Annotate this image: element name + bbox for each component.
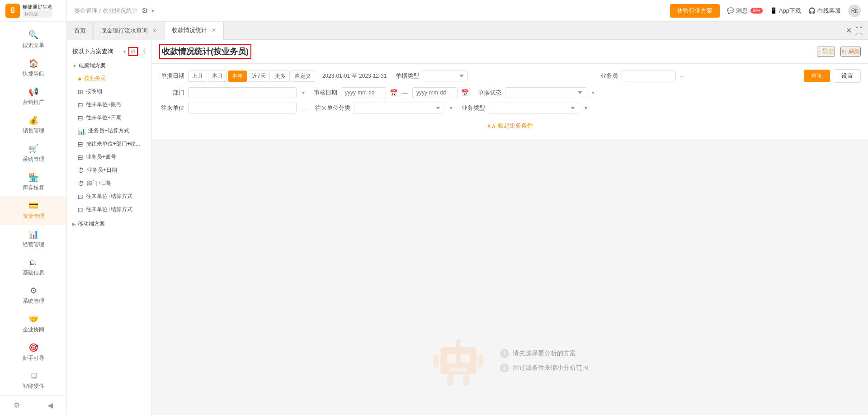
- doc-type-select[interactable]: [423, 71, 468, 81]
- filter-unit-item: 往来单位 ...: [159, 103, 308, 113]
- sidebar-bottom: ⚙ ◀‍: [0, 395, 66, 415]
- scheme-item-staff-date[interactable]: ⏱ 业务员+日期: [67, 164, 151, 177]
- scheme-collapse-btn[interactable]: 《: [140, 47, 146, 56]
- sidebar-item-sales[interactable]: 💰 销售管理: [0, 111, 66, 139]
- sidebar-item-search[interactable]: 🔍 搜索菜单: [0, 25, 66, 54]
- scheme-group-mobile-title[interactable]: ▶ 移动端方案: [67, 218, 151, 230]
- sidebar-item-corp[interactable]: 🤝 企业协同: [0, 310, 66, 338]
- app-download-action[interactable]: 📱 App下载: [770, 7, 801, 15]
- collapse-conditions-btn[interactable]: ∧∧ 收起更多条件: [159, 118, 861, 133]
- sidebar-item-hardware[interactable]: 🖥 智能硬件: [0, 367, 66, 395]
- date-tab-more[interactable]: 更多: [271, 71, 290, 82]
- sidebar-item-inventory[interactable]: 🏪 库存核算: [0, 168, 66, 196]
- sidebar-item-purchase[interactable]: 🛒 采购管理: [0, 139, 66, 168]
- sidebar-item-marketing[interactable]: 📢 营销推广: [0, 82, 66, 111]
- date-tab-last-month[interactable]: 上月: [188, 71, 207, 82]
- tabs-bar: 首页 现金银行流水查询 ✕ 收款情况统计 ✕ ✕ ⛶: [67, 22, 868, 40]
- sidebar-settings-btn[interactable]: ⚙: [14, 401, 20, 410]
- date-label: 单据日期: [159, 72, 184, 80]
- unit-category-select[interactable]: [354, 103, 444, 113]
- scheme-item-icon: ⊟: [78, 206, 83, 213]
- date-tab-7days[interactable]: 近7天: [248, 71, 270, 82]
- scheme-item-label: 业务员+日期: [87, 166, 117, 174]
- review-date-start-input[interactable]: [341, 87, 386, 98]
- scheme-item-unit-calc2[interactable]: ⊟ 往来单位+结算方式: [67, 203, 151, 216]
- staff-input[interactable]: [622, 71, 676, 81]
- scheme-item-staff-account[interactable]: ⊟ 业务员+账号: [67, 151, 151, 164]
- sidebar-item-biz[interactable]: 📊 经营管理: [0, 225, 66, 253]
- sidebar-item-label: 资金管理: [23, 212, 44, 220]
- unit-input[interactable]: [188, 103, 297, 113]
- date-range-end: 2023-12-31: [359, 73, 387, 79]
- scheme-item-unit-dept-recv[interactable]: ⊟ 按往来单位+部门+收...: [67, 137, 151, 151]
- export-icon: ↑: [818, 48, 821, 55]
- staff-dots-btn[interactable]: ···: [679, 72, 685, 80]
- scheme-add-btn[interactable]: +: [123, 48, 127, 55]
- sidebar-item-label: 基础信息: [23, 269, 44, 277]
- sidebar-collapse-btn[interactable]: ◀‍: [47, 401, 53, 410]
- filter-biz-type-item: 业务类型 ▾: [460, 103, 587, 113]
- scheme-item-icon: ⊟: [78, 114, 83, 122]
- doc-status-select[interactable]: [505, 87, 586, 98]
- scheme-item-unit-calc1[interactable]: ⊟ 往来单位+结算方式: [67, 190, 151, 203]
- tip-num-2: 2: [500, 363, 509, 373]
- refresh-button[interactable]: ↻ 刷新: [840, 47, 861, 57]
- tab-receipt-stat[interactable]: 收款情况统计 ✕: [165, 22, 224, 40]
- date-range-start: 2023-01-01: [322, 73, 350, 79]
- review-date-end-input[interactable]: [412, 87, 458, 98]
- scheme-item-label: 业务员+账号: [86, 153, 116, 161]
- message-action[interactable]: 💬 消息 99+: [727, 7, 763, 15]
- filter-staff-item: 业务员 ···: [593, 71, 685, 81]
- empty-robot-illustration: [431, 334, 486, 388]
- scheme-item-label: 按业务员: [84, 75, 106, 82]
- tab-home-label: 首页: [74, 27, 86, 35]
- sidebar-nav: 🔍 搜索菜单 🏠 快捷导航 📢 营销推广 💰 销售管理 🛒 采购管理 🏪 库存核…: [0, 22, 66, 395]
- sidebar-item-finance[interactable]: 💳 资金管理: [0, 196, 66, 225]
- scheme-group-pc-title[interactable]: ▼ 电脑端方案: [67, 60, 151, 72]
- setting-button[interactable]: 设置: [834, 69, 861, 83]
- dept-input[interactable]: [188, 87, 297, 98]
- filter-row-2: 部门 ▾ 审核日期 📅 — 📅 单据状态: [159, 87, 861, 98]
- scheme-settings-btn[interactable]: ⚙: [128, 47, 138, 56]
- tab-close-all-icon[interactable]: ✕: [846, 26, 852, 35]
- tab-bank-flow-close[interactable]: ✕: [152, 28, 157, 34]
- tab-bank-flow-label: 现金银行流水查询: [101, 27, 148, 35]
- scheme-item-staff-calc[interactable]: 📊 业务员+结算方式: [67, 124, 151, 137]
- date-tab-this-year[interactable]: 本年: [228, 71, 247, 82]
- settings-gear-icon[interactable]: ⚙: [142, 6, 148, 15]
- filter-doc-status-item: 单据状态 ▾: [476, 87, 594, 98]
- date-tab-this-month[interactable]: 本月: [208, 71, 227, 82]
- trial-button[interactable]: 体验行业方案: [670, 4, 720, 18]
- scheme-item-dept-date[interactable]: ⏱ 部门+日期: [67, 177, 151, 190]
- main-area: 资金管理 / 收款情况统计 ⚙ ▾ 体验行业方案 💬 消息 99+ 📱 App下…: [67, 0, 868, 415]
- calendar-end-icon[interactable]: 📅: [461, 89, 469, 96]
- scheme-item-by-detail[interactable]: ⊞ 按明细: [67, 85, 151, 98]
- biz-type-label: 业务类型: [460, 104, 485, 112]
- sidebar-item-guide[interactable]: 🎯 新手引导: [0, 338, 66, 367]
- scheme-item-unit-date[interactable]: ⊟ 往来单位+日期: [67, 111, 151, 124]
- tab-home[interactable]: 首页: [67, 22, 94, 40]
- sidebar-logo: 6 畅捷通好生意 标准版: [0, 0, 66, 22]
- calendar-icon[interactable]: 📅: [390, 89, 397, 96]
- unit-dots-btn[interactable]: ...: [302, 104, 308, 112]
- export-button[interactable]: ↑ 导出: [817, 47, 835, 57]
- scheme-item-icon: ⊞: [78, 88, 83, 95]
- tab-receipt-stat-close[interactable]: ✕: [212, 27, 216, 33]
- sidebar-item-quicknav[interactable]: 🏠 快捷导航: [0, 54, 66, 82]
- user-avatar[interactable]: Rit: [848, 5, 861, 17]
- chevron-down-icon[interactable]: ▾: [151, 8, 154, 14]
- tab-maximize-icon[interactable]: ⛶: [855, 27, 863, 35]
- filter-dept-item: 部门 ▾: [159, 87, 305, 98]
- tab-bank-flow[interactable]: 现金银行流水查询 ✕: [94, 22, 165, 40]
- scheme-item-by-staff[interactable]: ● 按业务员: [67, 72, 151, 85]
- query-button[interactable]: 查询: [804, 70, 830, 82]
- online-service-action[interactable]: 🎧 在线客服: [808, 7, 841, 15]
- scheme-item-label: 往来单位+日期: [86, 114, 122, 122]
- sidebar-item-basic[interactable]: 🗂 基础信息: [0, 253, 66, 281]
- scheme-item-label: 往来单位+账号: [86, 101, 122, 108]
- date-tab-custom[interactable]: 自定义: [291, 71, 315, 82]
- clock-icon: ⏱: [78, 167, 84, 174]
- biz-type-select[interactable]: [489, 103, 579, 113]
- sidebar-item-system[interactable]: ⚙ 系统管理: [0, 281, 66, 310]
- scheme-item-unit-account[interactable]: ⊟ 往来单位+账号: [67, 98, 151, 111]
